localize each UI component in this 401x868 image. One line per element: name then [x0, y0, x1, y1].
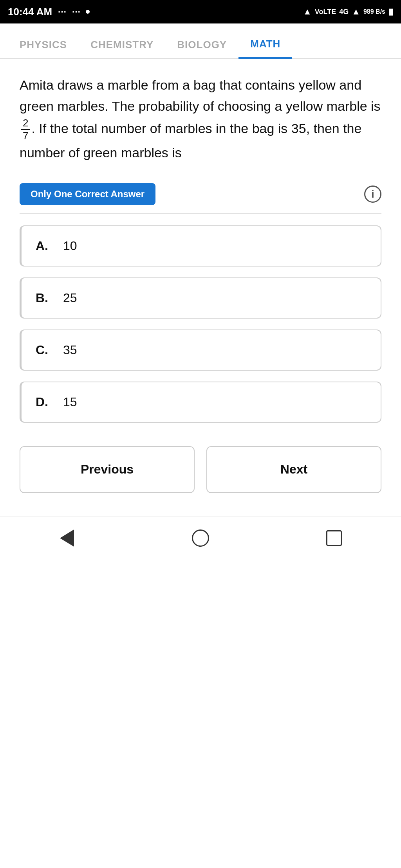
question-area: Amita draws a marble from a bag that con… [0, 59, 401, 171]
back-button[interactable] [53, 524, 81, 552]
info-icon[interactable]: i [364, 185, 381, 203]
option-c[interactable]: C. 35 [20, 330, 381, 371]
options-area: A. 10 B. 25 C. 35 D. 15 [0, 218, 401, 430]
4g-label: 4G [339, 8, 349, 16]
tab-bar: PHYSICS CHEMISTRY BIOLOGY MATH [0, 23, 401, 59]
dot-indicator [86, 10, 90, 14]
back-triangle-icon [60, 529, 74, 547]
home-circle-icon [192, 529, 209, 547]
option-a[interactable]: A. 10 [20, 225, 381, 267]
option-a-value: 10 [63, 239, 77, 253]
recents-button[interactable] [320, 524, 348, 552]
android-nav-bar [0, 517, 401, 560]
option-a-label: A. [36, 239, 51, 253]
option-b[interactable]: B. 25 [20, 277, 381, 319]
question-part1: Amita draws a marble from a bag that con… [20, 77, 381, 113]
nav-buttons: Previous Next [0, 430, 401, 501]
tab-physics[interactable]: PHYSICS [8, 39, 79, 58]
question-part2: . If the total number of marbles in the … [20, 121, 361, 160]
chat-icon: ⋯ [58, 7, 66, 17]
tab-biology[interactable]: BIOLOGY [165, 39, 238, 58]
home-button[interactable] [187, 524, 214, 552]
volte-label: VoLTE [315, 8, 336, 16]
tab-chemistry[interactable]: CHEMISTRY [79, 39, 165, 58]
time-display: 10:44 AM [8, 6, 52, 18]
signal-bars: ▲ [303, 7, 312, 17]
option-c-value: 35 [63, 343, 77, 357]
tab-math[interactable]: MATH [238, 38, 292, 59]
option-c-label: C. [36, 343, 51, 357]
signal-icon: ▲ [352, 7, 360, 17]
fraction: 27 [21, 117, 30, 142]
battery-speed: 989 B/s [363, 8, 385, 15]
next-button[interactable]: Next [206, 446, 381, 493]
badge-row: Only One Correct Answer i [0, 171, 401, 209]
option-b-label: B. [36, 291, 51, 305]
status-bar: 10:44 AM ⋯ ⋯ ▲ VoLTE 4G ▲ 989 B/s ▮ [0, 0, 401, 23]
more-icon: ⋯ [72, 7, 80, 17]
previous-button[interactable]: Previous [20, 446, 195, 493]
question-text: Amita draws a marble from a bag that con… [20, 74, 381, 164]
option-d-label: D. [36, 395, 51, 409]
battery-icon: ▮ [388, 7, 393, 17]
only-one-correct-badge: Only One Correct Answer [20, 183, 155, 205]
option-b-value: 25 [63, 291, 77, 305]
option-d[interactable]: D. 15 [20, 382, 381, 423]
option-d-value: 15 [63, 395, 77, 409]
section-divider [20, 213, 381, 214]
recents-square-icon [326, 530, 342, 546]
